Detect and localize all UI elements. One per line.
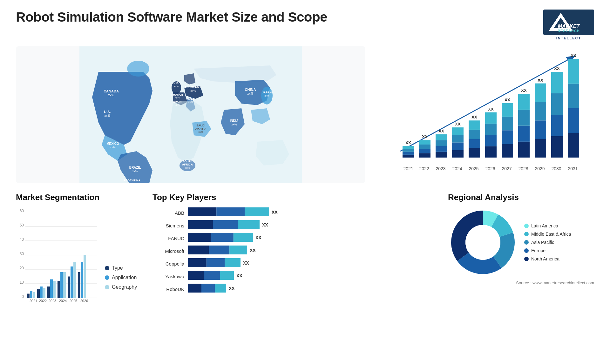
svg-text:2025: 2025 (469, 166, 478, 171)
world-map-svg: CANADA xx% U.S. xx% MEXICO xx% BRAZIL xx… (16, 46, 365, 183)
player-bar-wrap: XX (188, 207, 438, 218)
svg-text:20: 20 (20, 266, 24, 270)
svg-text:FRANCE: FRANCE (171, 93, 183, 96)
svg-rect-131 (58, 281, 60, 298)
player-bar-svg: XX (188, 246, 290, 256)
reg-legend-item: Europe (524, 248, 571, 253)
player-name: Microsoft (152, 248, 184, 254)
player-bar-svg: XX (188, 258, 290, 268)
svg-text:XX: XX (438, 129, 444, 133)
player-row: FANUCXX (152, 233, 438, 244)
logo-area: MARKET RESEARCH INTELLECT (543, 10, 594, 40)
svg-text:XX: XX (229, 286, 235, 291)
svg-text:AFRICA: AFRICA (182, 163, 193, 166)
svg-rect-122 (27, 294, 30, 298)
svg-rect-125 (37, 289, 40, 298)
svg-rect-154 (188, 233, 211, 242)
player-bar-svg: XX (188, 284, 290, 294)
svg-rect-69 (485, 135, 497, 146)
svg-text:50: 50 (20, 223, 24, 227)
regional-legend: Latin AmericaMiddle East & AfricaAsia Pa… (524, 223, 571, 261)
svg-rect-46 (403, 146, 414, 149)
svg-text:MARKET: MARKET (558, 24, 580, 29)
svg-text:XX: XX (554, 66, 560, 71)
svg-rect-163 (207, 258, 225, 267)
svg-rect-44 (403, 152, 414, 155)
svg-text:2030: 2030 (551, 166, 561, 171)
svg-text:2026: 2026 (80, 299, 88, 303)
svg-text:2025: 2025 (70, 299, 77, 303)
svg-rect-66 (469, 120, 480, 130)
svg-text:GERMANY: GERMANY (185, 85, 201, 89)
svg-text:xx%: xx% (110, 146, 115, 149)
reg-legend-item: Latin America (524, 223, 571, 228)
player-bar-wrap: XX (188, 220, 438, 231)
svg-text:2022: 2022 (419, 166, 429, 171)
svg-text:xx%: xx% (129, 182, 134, 183)
svg-text:XX: XX (262, 222, 268, 227)
svg-text:xx%: xx% (175, 104, 180, 106)
svg-rect-54 (436, 146, 447, 152)
svg-text:ARGENTINA: ARGENTINA (123, 179, 140, 182)
svg-rect-53 (436, 152, 447, 158)
svg-rect-148 (245, 207, 269, 216)
reg-legend-dot (524, 257, 529, 261)
svg-text:2029: 2029 (535, 166, 545, 171)
svg-text:2024: 2024 (452, 166, 462, 171)
regional-section: Regional Analysis Latin AmericaMiddle Ea… (448, 192, 594, 326)
player-name: Yaskawa (152, 274, 184, 279)
svg-text:XX: XX (521, 88, 527, 93)
svg-rect-79 (518, 126, 530, 142)
svg-rect-168 (220, 271, 234, 280)
svg-rect-76 (502, 103, 513, 117)
reg-legend-item: Middle East & Africa (524, 232, 571, 237)
svg-text:0: 0 (22, 294, 24, 299)
player-name: RoboDK (152, 286, 184, 292)
svg-text:SOUTH: SOUTH (182, 160, 193, 163)
top-section: CANADA xx% U.S. xx% MEXICO xx% BRAZIL xx… (16, 46, 594, 183)
svg-text:XX: XX (243, 260, 249, 266)
svg-rect-86 (535, 84, 546, 102)
svg-text:XX: XX (272, 210, 278, 215)
svg-text:XX: XX (250, 248, 256, 253)
donut-svg (448, 207, 518, 277)
legend-item-application: Application (105, 275, 137, 280)
svg-text:xx%: xx% (231, 123, 237, 126)
player-row: ABBXX (152, 207, 438, 218)
legend-label-type: Type (112, 265, 123, 271)
svg-text:xx%: xx% (105, 114, 111, 118)
svg-rect-63 (469, 148, 480, 158)
player-bar-wrap: XX (188, 246, 438, 256)
svg-text:2026: 2026 (485, 166, 495, 171)
svg-text:XX: XX (488, 107, 494, 111)
player-name: ABB (152, 210, 184, 216)
svg-text:xx%: xx% (264, 94, 269, 97)
segmentation-section: Market Segmentation 0 10 20 30 40 50 60 (16, 192, 143, 326)
seg-legend: Type Application Geography (105, 265, 137, 303)
player-bar-svg: XX (188, 271, 290, 281)
players-list: ABBXXSiemensXXFANUCXXMicrosoftXXCoppelia… (152, 207, 438, 294)
svg-rect-85 (535, 102, 546, 120)
svg-rect-133 (63, 272, 66, 298)
svg-rect-94 (568, 108, 579, 133)
svg-text:xx%: xx% (247, 92, 254, 95)
svg-rect-73 (502, 144, 513, 158)
reg-legend-dot (524, 232, 529, 236)
logo-box: MARKET RESEARCH (543, 10, 594, 35)
svg-text:JAPAN: JAPAN (262, 91, 272, 94)
regional-inner: Latin AmericaMiddle East & AfricaAsia Pa… (448, 207, 594, 277)
svg-text:XX: XX (405, 140, 411, 145)
svg-rect-61 (452, 127, 464, 135)
svg-text:xx%: xx% (190, 89, 196, 92)
reg-legend-label: Middle East & Africa (531, 232, 571, 237)
legend-label-geography: Geography (112, 284, 137, 290)
key-players-section: Top Key Players ABBXXSiemensXXFANUCXXMic… (152, 192, 438, 326)
bar-chart-svg: XXXXXXXXXXXXXXXXXXXXXX 2021 2022 2023 20… (391, 50, 594, 173)
svg-rect-50 (419, 145, 430, 149)
reg-legend-label: Asia Pacific (531, 240, 554, 245)
svg-text:INDIA: INDIA (230, 119, 238, 123)
svg-text:xx%: xx% (198, 131, 203, 133)
svg-rect-45 (403, 149, 414, 152)
legend-dot-type (105, 266, 109, 270)
svg-text:2031: 2031 (568, 166, 578, 171)
